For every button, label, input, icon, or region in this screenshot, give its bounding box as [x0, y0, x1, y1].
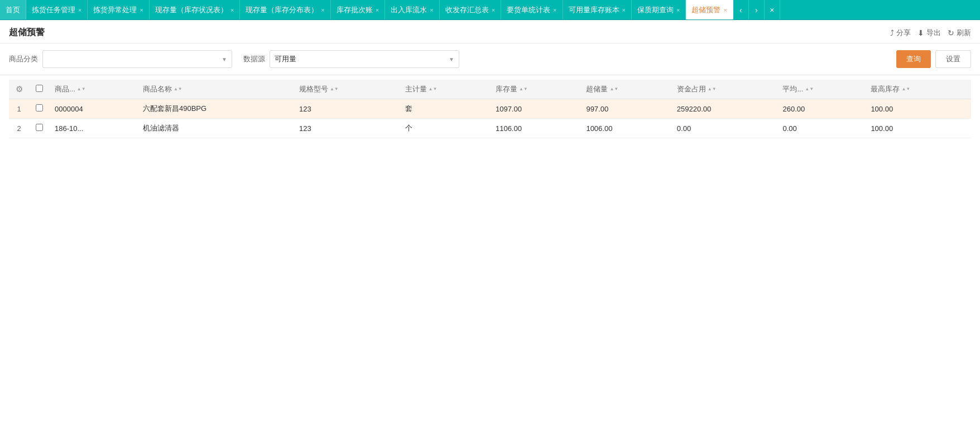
table-container: ⚙ 商品... ▲▼ 商品名称 ▲▼	[0, 80, 980, 138]
export-icon: ⬇	[917, 28, 924, 37]
header-actions: ⤴ 分享 ⬇ 导出 ↻ 刷新	[890, 28, 971, 38]
close-icon[interactable]: ×	[676, 7, 680, 13]
row-max-stock: 100.00	[865, 119, 971, 138]
nav-item-flow[interactable]: 出入库流水 ×	[385, 0, 439, 20]
datasource-filter-group: 数据源 可用量 ▼	[243, 50, 459, 68]
close-icon[interactable]: ×	[230, 7, 234, 13]
page-title: 超储预警	[9, 27, 45, 38]
row-average: 260.00	[777, 99, 865, 119]
sort-icon: ▲▼	[77, 87, 86, 91]
row-overstock: 1006.00	[580, 119, 671, 138]
category-label: 商品分类	[9, 54, 38, 64]
close-icon[interactable]: ×	[492, 7, 495, 13]
th-overstock[interactable]: 超储量 ▲▼	[580, 80, 671, 99]
nav-close-button[interactable]: ×	[765, 0, 780, 20]
row-product-name: 机油滤清器	[137, 119, 294, 138]
data-table: ⚙ 商品... ▲▼ 商品名称 ▲▼	[9, 80, 971, 138]
datasource-select[interactable]: 可用量 ▼	[270, 50, 459, 68]
th-product-name[interactable]: 商品名称 ▲▼	[137, 80, 294, 99]
row-capital: 259220.00	[671, 99, 777, 119]
row-product-code: 186-10...	[49, 119, 137, 138]
gear-icon[interactable]: ⚙	[16, 84, 23, 94]
nav-next-button[interactable]: ›	[749, 0, 765, 20]
nav-item-task[interactable]: 拣货任务管理 ×	[26, 0, 88, 20]
th-average[interactable]: 平均... ▲▼	[777, 80, 865, 99]
close-icon[interactable]: ×	[78, 7, 81, 13]
share-button[interactable]: ⤴ 分享	[890, 28, 911, 38]
row-index-cell: 2	[9, 119, 29, 138]
export-button[interactable]: ⬇ 导出	[917, 28, 941, 38]
row-checkbox-cell	[29, 99, 49, 119]
row-product-code: 0000004	[49, 99, 137, 119]
th-checkbox	[29, 80, 49, 99]
th-spec[interactable]: 规格型号 ▲▼	[294, 80, 400, 99]
datasource-select-value: 可用量	[275, 54, 296, 64]
close-icon[interactable]: ×	[553, 7, 556, 13]
table-header-row: ⚙ 商品... ▲▼ 商品名称 ▲▼	[9, 80, 971, 99]
category-filter-group: 商品分类 ▼	[9, 50, 232, 68]
row-product-name: 六配套新昌490BPG	[137, 99, 294, 119]
category-select[interactable]: ▼	[42, 50, 232, 68]
th-stock[interactable]: 库存量 ▲▼	[490, 80, 580, 99]
sort-icon: ▲▼	[330, 87, 339, 91]
table-row: 2 186-10... 机油滤清器 123 个 1106.00 1006.00 …	[9, 119, 971, 138]
row-stock: 1097.00	[490, 99, 580, 119]
page-header: 超储预警 ⤴ 分享 ⬇ 导出 ↻ 刷新	[0, 20, 980, 43]
chevron-down-icon: ▼	[449, 56, 454, 62]
row-average: 0.00	[777, 119, 865, 138]
query-button[interactable]: 查询	[896, 50, 931, 68]
sort-icon: ▲▼	[708, 87, 717, 91]
row-unit: 个	[400, 119, 490, 138]
refresh-button[interactable]: ↻ 刷新	[948, 28, 971, 38]
th-unit[interactable]: 主计量 ▲▼	[400, 80, 490, 99]
sort-icon: ▲▼	[609, 87, 618, 91]
nav-item-summary[interactable]: 收发存汇总表 ×	[440, 0, 501, 20]
row-max-stock: 100.00	[865, 99, 971, 119]
nav-bar: 首页 拣货任务管理 × 拣货异常处理 × 现存量（库存状况表） × 现存量（库存…	[0, 0, 980, 20]
sort-icon: ▲▼	[519, 87, 528, 91]
nav-prev-button[interactable]: ‹	[733, 0, 749, 20]
close-icon[interactable]: ×	[321, 7, 324, 13]
th-settings: ⚙	[9, 80, 29, 99]
row-capital: 0.00	[671, 119, 777, 138]
share-icon: ⤴	[890, 28, 894, 37]
nav-item-req-stat[interactable]: 要货单统计表 ×	[501, 0, 563, 20]
sort-icon: ▲▼	[174, 87, 182, 91]
nav-item-stock-dist[interactable]: 现存量（库存分布表） ×	[240, 0, 330, 20]
filter-actions: 查询 设置	[896, 50, 971, 68]
nav-item-stock-status[interactable]: 现存量（库存状况表） ×	[150, 0, 240, 20]
chevron-down-icon: ▼	[222, 56, 227, 62]
page-container: 超储预警 ⤴ 分享 ⬇ 导出 ↻ 刷新 商品分类 ▼ 数据源	[0, 20, 980, 446]
th-max-stock[interactable]: 最高库存 ▲▼	[865, 80, 971, 99]
setting-button[interactable]: 设置	[935, 50, 971, 68]
row-checkbox[interactable]	[36, 104, 43, 112]
refresh-icon: ↻	[948, 28, 954, 37]
nav-item-batch[interactable]: 库存批次账 ×	[331, 0, 385, 20]
close-icon[interactable]: ×	[622, 7, 626, 13]
row-checkbox[interactable]	[36, 124, 43, 131]
select-all-checkbox[interactable]	[36, 85, 43, 92]
nav-item-overstock[interactable]: 超储预警 ×	[686, 0, 733, 20]
sort-icon: ▲▼	[429, 87, 438, 91]
filter-area: 商品分类 ▼ 数据源 可用量 ▼ 查询 设置	[0, 43, 980, 75]
row-index-cell: 1	[9, 99, 29, 119]
sort-icon: ▲▼	[901, 87, 910, 91]
close-icon[interactable]: ×	[430, 7, 433, 13]
row-stock: 1106.00	[490, 119, 580, 138]
sort-icon: ▲▼	[805, 87, 814, 91]
close-icon[interactable]: ×	[140, 7, 143, 13]
table-row: 1 0000004 六配套新昌490BPG 123 套 1097.00 997.…	[9, 99, 971, 119]
nav-item-exception[interactable]: 拣货异常处理 ×	[88, 0, 149, 20]
close-icon[interactable]: ×	[723, 7, 727, 13]
row-unit: 套	[400, 99, 490, 119]
nav-item-quality[interactable]: 保质期查询 ×	[632, 0, 686, 20]
row-spec: 123	[294, 119, 400, 138]
close-icon[interactable]: ×	[376, 7, 379, 13]
nav-item-usable-stock[interactable]: 可用量库存账本 ×	[563, 0, 632, 20]
th-product-code[interactable]: 商品... ▲▼	[49, 80, 137, 99]
row-checkbox-cell	[29, 119, 49, 138]
datasource-label: 数据源	[243, 54, 265, 64]
th-capital[interactable]: 资金占用 ▲▼	[671, 80, 777, 99]
nav-item-home[interactable]: 首页	[0, 0, 26, 20]
row-spec: 123	[294, 99, 400, 119]
